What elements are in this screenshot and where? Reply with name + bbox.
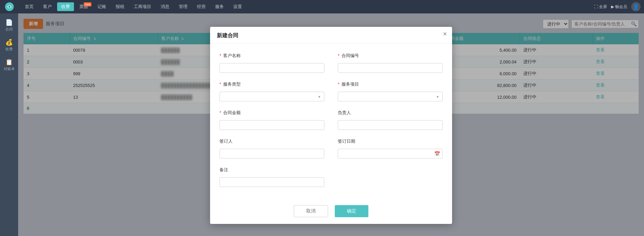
form-row-2: * 服务类型 <box>219 79 443 101</box>
field-service-item: * 服务项目 <box>338 79 443 101</box>
field-remark: 备注 <box>219 164 324 187</box>
contract-icon: 📄 <box>5 19 13 26</box>
service-type-select-wrap <box>219 92 324 101</box>
field-service-type: * 服务类型 <box>219 79 324 101</box>
service-type-select[interactable] <box>219 92 324 101</box>
contract-amount-input[interactable]: 0.00 <box>219 120 324 130</box>
form-row-3: * 合同金额 0.00 负责人 <box>219 107 443 130</box>
nav-home[interactable]: 首页 <box>21 2 38 11</box>
new-badge: new <box>84 2 91 6</box>
remark-input[interactable] <box>219 177 324 187</box>
nav-items: 首页 客户 收费 票据 new 记账 报税 工商项目 消息 管理 经营 服务 设… <box>21 2 594 11</box>
contract-no-label: * 合同编号 <box>338 53 359 59</box>
nav-customer[interactable]: 客户 <box>39 2 56 11</box>
confirm-button[interactable]: 确定 <box>335 205 368 217</box>
nav-manage[interactable]: 管理 <box>175 2 192 11</box>
service-type-label: * 服务类型 <box>219 81 241 87</box>
customer-name-label: * 客户名称 <box>219 53 241 59</box>
member-button[interactable]: ▶ 畅会员 <box>611 4 627 10</box>
nav-operation[interactable]: 经营 <box>193 2 210 11</box>
service-item-select[interactable] <box>338 92 443 101</box>
customer-name-input[interactable] <box>219 63 324 73</box>
modal-footer: 取消 确定 <box>210 200 452 224</box>
contract-amount-label: * 合同金额 <box>219 110 241 116</box>
new-contract-modal: 新建合同 × * 客户名称 <box>210 27 452 224</box>
sign-date-input[interactable]: 2023-06-06 <box>338 149 443 158</box>
sidebar-label-contract: 合同 <box>5 27 13 32</box>
main-layout: 📄 合同 💰 收费 📋 对账单 新增 服务项目 进行中 已完成 已取消 <box>0 13 644 236</box>
nav-tax[interactable]: 报税 <box>112 2 128 11</box>
logo <box>3 1 15 13</box>
nav-invoice[interactable]: 票据 new <box>75 2 92 11</box>
nav-message[interactable]: 消息 <box>157 2 173 11</box>
sign-date-label: 签订日期 <box>338 138 355 144</box>
modal-close-button[interactable]: × <box>443 31 447 37</box>
field-customer-name: * 客户名称 <box>219 50 324 73</box>
responsible-input[interactable] <box>338 120 443 130</box>
sidebar-label-statement: 对账单 <box>4 66 15 72</box>
nav-service[interactable]: 服务 <box>211 2 228 11</box>
form-row-1: * 客户名称 * 合同编号 <box>219 50 443 73</box>
fee-icon: 💰 <box>5 39 13 46</box>
modal-overlay: 新建合同 × * 客户名称 <box>18 13 644 236</box>
play-icon: ▶ <box>611 4 614 9</box>
top-nav: 首页 客户 收费 票据 new 记账 报税 工商项目 消息 管理 经营 服务 设… <box>0 0 644 13</box>
sign-date-wrap: 2023-06-06 📅 <box>338 149 443 158</box>
form-row-5: 备注 <box>219 164 443 187</box>
fullscreen-icon: ⛶ <box>594 4 598 9</box>
signer-input[interactable] <box>219 149 324 158</box>
sidebar-item-contract[interactable]: 📄 合同 <box>1 16 17 35</box>
nav-bookkeeping[interactable]: 记账 <box>93 2 110 11</box>
field-sign-date: 签订日期 2023-06-06 📅 <box>338 136 443 158</box>
svg-point-1 <box>8 6 10 8</box>
modal-title: 新建合同 <box>217 33 238 38</box>
sidebar-item-statement[interactable]: 📋 对账单 <box>1 56 17 74</box>
content-area: 新增 服务项目 进行中 已完成 已取消 🔍 序号 合同编号 ⇅ <box>18 13 644 236</box>
fullscreen-button[interactable]: ⛶ 全屏 <box>594 4 607 10</box>
remark-label: 备注 <box>219 167 228 173</box>
cancel-button[interactable]: 取消 <box>294 205 328 217</box>
avatar[interactable]: 👤 <box>631 2 641 11</box>
nav-settings[interactable]: 设置 <box>229 2 246 11</box>
sidebar: 📄 合同 💰 收费 📋 对账单 <box>0 13 18 236</box>
responsible-label: 负责人 <box>338 110 351 116</box>
signer-label: 签订人 <box>219 138 233 144</box>
form-row-4: 签订人 签订日期 2023- <box>219 136 443 158</box>
field-responsible: 负责人 <box>338 107 443 130</box>
modal-body: * 客户名称 * 合同编号 <box>210 44 452 200</box>
top-nav-right: ⛶ 全屏 ▶ 畅会员 👤 <box>594 2 641 11</box>
nav-business[interactable]: 工商项目 <box>130 2 155 11</box>
contract-no-input[interactable] <box>338 63 443 73</box>
modal-header: 新建合同 × <box>210 27 452 44</box>
nav-fee[interactable]: 收费 <box>57 2 74 11</box>
statement-icon: 📋 <box>5 58 13 66</box>
sidebar-item-fee[interactable]: 💰 收费 <box>1 36 17 54</box>
field-contract-amount: * 合同金额 0.00 <box>219 107 324 130</box>
service-item-label: * 服务项目 <box>338 81 359 87</box>
sidebar-label-fee: 收费 <box>5 47 13 52</box>
field-contract-no: * 合同编号 <box>338 50 443 73</box>
service-item-select-wrap <box>338 92 443 101</box>
field-signer: 签订人 <box>219 136 324 158</box>
